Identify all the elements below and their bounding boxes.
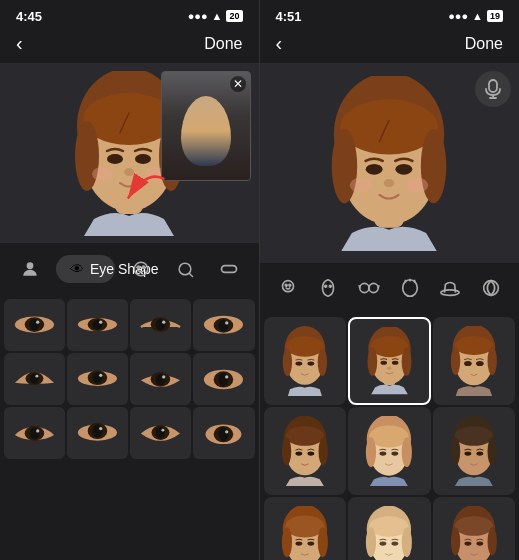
svg-point-128 xyxy=(392,451,399,455)
done-button-right[interactable]: Done xyxy=(465,35,503,53)
svg-point-113 xyxy=(464,361,472,366)
svg-point-126 xyxy=(402,437,412,467)
svg-point-76 xyxy=(282,281,293,292)
avatar-area-left: ✕ xyxy=(0,63,259,243)
wifi-icon-right: ▲ xyxy=(472,10,483,22)
eye-shape-pill[interactable]: 👁 Eye Shape xyxy=(56,255,115,283)
svg-point-117 xyxy=(286,426,324,446)
svg-line-84 xyxy=(359,285,360,288)
svg-point-121 xyxy=(307,451,314,455)
wifi-icon: ▲ xyxy=(212,10,223,22)
svg-point-54 xyxy=(99,427,102,430)
mic-button[interactable] xyxy=(475,71,511,107)
svg-point-112 xyxy=(487,347,496,375)
face2-icon-button[interactable] xyxy=(393,271,427,305)
avatar-option-8[interactable] xyxy=(348,497,431,560)
avatar-option-1[interactable] xyxy=(264,317,347,405)
svg-point-153 xyxy=(451,527,460,555)
back-button-left[interactable]: ‹ xyxy=(16,32,23,55)
svg-point-145 xyxy=(370,516,409,536)
svg-point-119 xyxy=(318,437,327,465)
svg-point-26 xyxy=(99,321,102,324)
lasso-icon-button[interactable] xyxy=(167,251,203,287)
face-outline-icon-button[interactable] xyxy=(311,271,345,305)
svg-point-139 xyxy=(282,527,292,557)
avatar-option-2[interactable] xyxy=(348,317,431,405)
svg-point-82 xyxy=(369,283,378,292)
svg-point-114 xyxy=(476,361,484,366)
svg-point-125 xyxy=(366,437,376,467)
status-bar-left: 4:45 ●●● ▲ 20 xyxy=(0,0,259,28)
eye-cell-5[interactable] xyxy=(4,353,65,405)
eye-cell-1[interactable] xyxy=(4,299,65,351)
eye-cell-2[interactable] xyxy=(67,299,128,351)
svg-point-135 xyxy=(476,451,483,455)
camera-close-button[interactable]: ✕ xyxy=(230,76,246,92)
eye-cell-11[interactable] xyxy=(130,407,191,459)
status-icons-left: ●●● ▲ 20 xyxy=(188,10,243,22)
glasses-icon-button[interactable] xyxy=(352,271,386,305)
minus-icon-button[interactable] xyxy=(211,251,247,287)
svg-point-147 xyxy=(402,527,412,557)
eye-cell-7[interactable] xyxy=(130,353,191,405)
svg-point-9 xyxy=(92,167,112,181)
hat-icon-button[interactable] xyxy=(433,271,467,305)
svg-point-80 xyxy=(330,285,332,287)
eye-cell-3[interactable] xyxy=(130,299,191,351)
eye-shape-grid xyxy=(0,295,259,463)
avatar-option-3[interactable] xyxy=(433,317,516,405)
svg-point-14 xyxy=(137,266,140,269)
svg-point-132 xyxy=(451,437,460,465)
time-left: 4:45 xyxy=(16,9,42,24)
avatar-option-7[interactable] xyxy=(264,497,347,560)
signal-icon: ●●● xyxy=(188,10,208,22)
svg-point-146 xyxy=(366,527,376,557)
svg-point-70 xyxy=(384,178,395,186)
eye-cell-6[interactable] xyxy=(67,353,128,405)
camera-preview: ✕ xyxy=(161,71,251,181)
svg-point-46 xyxy=(219,373,229,386)
svg-point-111 xyxy=(451,347,460,375)
eye-cell-8[interactable] xyxy=(193,353,254,405)
svg-point-47 xyxy=(226,376,229,379)
avatar-option-6[interactable] xyxy=(433,407,516,495)
svg-line-85 xyxy=(378,285,379,288)
svg-point-67 xyxy=(421,129,446,203)
eye-cell-12[interactable] xyxy=(193,407,254,459)
svg-point-6 xyxy=(107,154,123,164)
person-icon-button[interactable] xyxy=(12,251,48,287)
avatar-option-9[interactable] xyxy=(433,497,516,560)
eye-cell-10[interactable] xyxy=(67,407,128,459)
face-scan-icon-button[interactable] xyxy=(123,251,159,287)
status-icons-right: ●●● ▲ 19 xyxy=(448,10,503,22)
svg-point-118 xyxy=(282,437,291,465)
toolbar-left: 👁 Eye Shape xyxy=(0,243,259,295)
svg-point-15 xyxy=(142,266,145,269)
svg-point-141 xyxy=(295,541,302,545)
svg-point-22 xyxy=(36,321,39,324)
svg-point-131 xyxy=(455,426,493,446)
svg-point-13 xyxy=(134,262,147,275)
svg-point-104 xyxy=(401,348,411,377)
eye-cell-4[interactable] xyxy=(193,299,254,351)
svg-point-72 xyxy=(407,177,428,192)
left-screen: 4:45 ●●● ▲ 20 ‹ Done xyxy=(0,0,260,560)
svg-point-57 xyxy=(162,429,165,432)
done-button-left[interactable]: Done xyxy=(204,35,242,53)
avatar-option-5[interactable] xyxy=(348,407,431,495)
svg-point-69 xyxy=(396,164,413,175)
avatar-option-4[interactable] xyxy=(264,407,347,495)
time-right: 4:51 xyxy=(276,9,302,24)
accessory-icon-button[interactable] xyxy=(474,271,508,305)
svg-point-68 xyxy=(366,164,383,175)
signal-icon-right: ●●● xyxy=(448,10,468,22)
eye-cell-9[interactable] xyxy=(4,407,65,459)
avatar-svg-right xyxy=(319,76,459,251)
battery-left: 20 xyxy=(226,10,242,22)
svg-point-36 xyxy=(36,375,39,378)
svg-point-96 xyxy=(318,348,327,375)
back-button-right[interactable]: ‹ xyxy=(276,32,283,55)
face-small-icon-button[interactable] xyxy=(271,271,305,305)
svg-rect-18 xyxy=(221,266,236,273)
svg-point-107 xyxy=(387,367,391,370)
